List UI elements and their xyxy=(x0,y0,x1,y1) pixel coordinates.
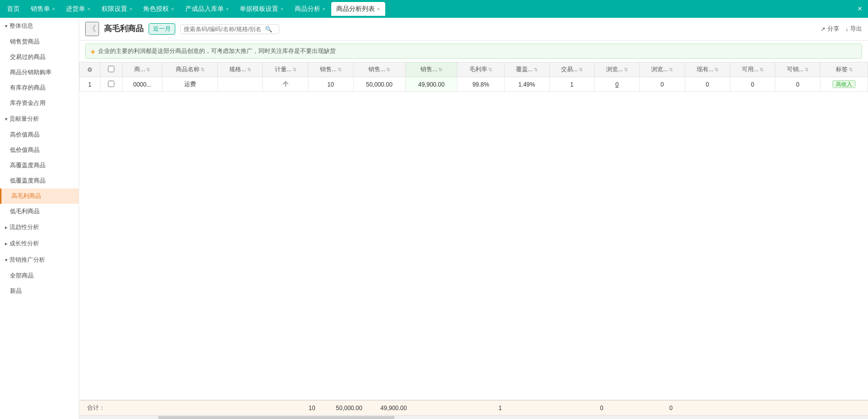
content-area: 《 高毛利商品 近一月 🔍 ↗ 分享 ↓ 导出 ◈ 企业的主要的利润都是这部 xyxy=(79,18,868,419)
col-header-stock-avail[interactable]: 可用... ⇅ xyxy=(730,62,775,77)
sidebar-section-contribution[interactable]: ▾ 贡献量分析 xyxy=(0,111,79,127)
col-header-sales-profit[interactable]: 销售... ⇅ xyxy=(406,62,458,77)
sort-view1-icon: ⇅ xyxy=(624,67,628,72)
close-sales-tab[interactable]: × xyxy=(52,6,55,12)
sort-unit-icon: ⇅ xyxy=(293,67,297,72)
nav-tab-product-in[interactable]: 产成品入库单 × xyxy=(180,2,234,16)
nav-tab-permissions[interactable]: 权限设置 × xyxy=(97,2,137,16)
sort-stock-sale-icon: ⇅ xyxy=(805,67,809,72)
sidebar-item-low-margin[interactable]: 低毛利商品 xyxy=(0,204,79,219)
col-header-unit[interactable]: 计量... ⇅ xyxy=(263,62,308,77)
sort-trade-icon: ⇅ xyxy=(579,67,583,72)
sidebar-section-growth[interactable]: ▸ 成长性分析 xyxy=(0,235,79,252)
cell-trade: 1 xyxy=(549,77,594,92)
cell-view2: 0 xyxy=(640,77,685,92)
nav-tab-analysis[interactable]: 商品分析 × xyxy=(290,2,330,16)
sidebar-item-high-coverage[interactable]: 高覆盖度商品 xyxy=(0,158,79,173)
sidebar-item-high-margin[interactable]: 高毛利商品 xyxy=(0,188,79,204)
col-header-stock-current[interactable]: 现有... ⇅ xyxy=(685,62,730,77)
col-header-code[interactable]: 商... ⇅ xyxy=(122,62,162,77)
footer-sales-profit: 49,900.00 xyxy=(371,405,416,412)
close-permissions-tab[interactable]: × xyxy=(129,6,132,12)
info-icon: ◈ xyxy=(91,48,95,55)
period-button[interactable]: 近一月 xyxy=(149,23,175,35)
share-icon: ↗ xyxy=(820,26,825,33)
sidebar-item-stock-fund[interactable]: 库存资金占用 xyxy=(0,95,79,111)
settings-icon[interactable]: ⚙ xyxy=(87,66,93,73)
arrow-growth: ▸ xyxy=(5,241,7,246)
sort-gross-margin-icon: ⇅ xyxy=(488,67,492,72)
nav-tab-template[interactable]: 单据模板设置 × xyxy=(235,2,288,16)
nav-tab-sales[interactable]: 销售单 × xyxy=(26,2,60,16)
col-header-view1[interactable]: 浏览... ⇅ xyxy=(595,62,640,77)
row-checkbox[interactable] xyxy=(108,81,114,87)
sidebar-section-marketing[interactable]: ▾ 营销推广分析 xyxy=(0,252,79,268)
nav-tab-home[interactable]: 首页 xyxy=(2,2,25,16)
footer-sales-qty: 10 xyxy=(297,405,327,412)
sidebar-item-in-stock-goods[interactable]: 有库存的商品 xyxy=(0,80,79,95)
cell-sales-qty: 10 xyxy=(308,77,353,92)
sort-spec-icon: ⇅ xyxy=(247,67,251,72)
sidebar-item-new-goods[interactable]: 新品 xyxy=(0,283,79,299)
close-analysis-tab[interactable]: × xyxy=(322,6,325,12)
sidebar-item-all-goods[interactable]: 全部商品 xyxy=(0,268,79,283)
footer-trade: 1 xyxy=(485,405,515,412)
cell-view1[interactable]: 0 xyxy=(595,77,640,92)
col-header-tag[interactable]: 标签 ⇅ xyxy=(820,62,868,77)
close-purchase-tab[interactable]: × xyxy=(87,6,90,12)
close-template-tab[interactable]: × xyxy=(280,6,283,12)
arrow-marketing: ▾ xyxy=(5,257,7,263)
nav-tab-roles[interactable]: 角色授权 × xyxy=(138,2,179,16)
cell-spec xyxy=(218,77,263,92)
sort-sales-amount-icon: ⇅ xyxy=(386,67,390,72)
select-all-checkbox[interactable] xyxy=(108,66,114,72)
footer-totals: 合计： 10 50,000.00 49,900.00 1 0 0 xyxy=(79,400,868,415)
sidebar-item-traded-goods[interactable]: 交易过的商品 xyxy=(0,49,79,65)
sidebar: ▾ 整体信息 销售货商品 交易过的商品 商品分销助购率 有库存的商品 库存资金占… xyxy=(0,18,79,419)
footer-stock-current: 0 xyxy=(584,405,619,412)
col-header-trade[interactable]: 交易... ⇅ xyxy=(549,62,594,77)
col-header-settings[interactable]: ⚙ xyxy=(80,62,101,77)
cell-checkbox[interactable] xyxy=(100,77,122,92)
close-analysis-list-tab[interactable]: × xyxy=(377,6,380,12)
export-button[interactable]: ↓ 导出 xyxy=(845,25,862,33)
nav-tab-analysis-list[interactable]: 商品分析列表 × xyxy=(331,2,385,16)
table-wrapper: ⚙ 商... ⇅ 商品名称 xyxy=(79,62,868,400)
col-header-coverage[interactable]: 覆盖... ⇅ xyxy=(504,62,549,77)
cell-unit: 个 xyxy=(263,77,308,92)
window-close-button[interactable]: × xyxy=(854,4,866,13)
col-header-stock-sale[interactable]: 可销... ⇅ xyxy=(775,62,820,77)
cell-name: 运费 xyxy=(162,77,218,92)
sidebar-item-high-value[interactable]: 高价值商品 xyxy=(0,127,79,142)
col-header-sales-amount[interactable]: 销售... ⇅ xyxy=(353,62,405,77)
share-button[interactable]: ↗ 分享 xyxy=(820,25,839,33)
col-header-gross-margin[interactable]: 毛利率 ⇅ xyxy=(458,62,504,77)
nav-tab-purchase[interactable]: 进货单 × xyxy=(61,2,95,16)
search-input[interactable] xyxy=(184,26,263,33)
sidebar-item-distribution-rate[interactable]: 商品分销助购率 xyxy=(0,65,79,80)
cell-stock-sale: 0 xyxy=(775,77,820,92)
horizontal-scrollbar[interactable] xyxy=(79,415,868,419)
sidebar-item-sales-goods[interactable]: 销售货商品 xyxy=(0,34,79,49)
scrollbar-thumb[interactable] xyxy=(158,416,395,419)
col-header-name[interactable]: 商品名称 ⇅ xyxy=(162,62,218,77)
close-product-in-tab[interactable]: × xyxy=(226,6,229,12)
sort-view2-icon: ⇅ xyxy=(669,67,673,72)
sort-sales-qty-icon: ⇅ xyxy=(338,67,342,72)
close-roles-tab[interactable]: × xyxy=(171,6,174,12)
sidebar-section-trend[interactable]: ▸ 流趋性分析 xyxy=(0,219,79,235)
col-header-spec[interactable]: 规格... ⇅ xyxy=(218,62,263,77)
col-header-view2[interactable]: 浏览... ⇅ xyxy=(640,62,685,77)
sidebar-item-low-value[interactable]: 低价值商品 xyxy=(0,142,79,158)
collapse-sidebar-button[interactable]: 《 xyxy=(85,22,99,36)
cell-gross-margin: 99.8% xyxy=(458,77,504,92)
table-row: 1 0000... 运费 个 10 50,000.00 49,900.00 99… xyxy=(80,77,868,92)
col-header-checkbox[interactable] xyxy=(100,62,122,77)
info-banner: ◈ 企业的主要的利润都是这部分商品创造的，可考虑加大推广，同时关注库存是不要出现… xyxy=(85,44,862,59)
search-icon[interactable]: 🔍 xyxy=(265,26,272,33)
arrow-trend: ▸ xyxy=(5,225,7,230)
sidebar-item-low-coverage[interactable]: 低覆盖度商品 xyxy=(0,173,79,188)
sort-stock-avail-icon: ⇅ xyxy=(760,67,764,72)
sidebar-section-overall[interactable]: ▾ 整体信息 xyxy=(0,18,79,34)
col-header-sales-qty[interactable]: 销售... ⇅ xyxy=(308,62,353,77)
